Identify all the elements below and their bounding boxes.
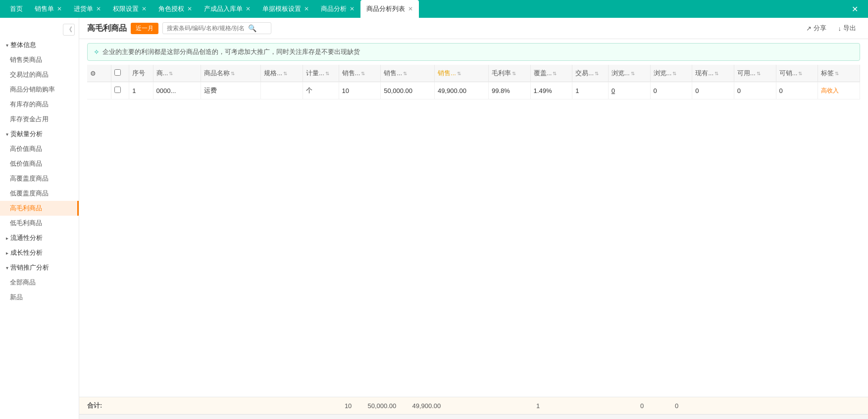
table-row: 1 0000... 运费 个 10 50,000.00 49,900.00 99… (87, 82, 860, 99)
nav-product-entry-close[interactable]: ✕ (246, 5, 251, 12)
growth-arrow-icon: ▸ (6, 250, 8, 256)
marketing-arrow-icon: ▾ (6, 265, 8, 271)
cell-spec (261, 82, 303, 99)
th-checkbox[interactable] (111, 65, 129, 82)
sidebar-collapse-button[interactable]: 《 (63, 24, 75, 36)
sidebar-item-new-goods[interactable]: 新品 (0, 290, 79, 305)
cell-browse1[interactable]: 0 (608, 82, 650, 99)
th-sales-amount[interactable]: 销售...⇅ (381, 65, 435, 82)
cell-checkbox[interactable] (111, 82, 129, 99)
gear-icon: ⚙ (90, 70, 96, 77)
nav-sales[interactable]: 销售单 ✕ (29, 0, 68, 18)
cell-gross-rate: 99.8% (488, 82, 530, 99)
sidebar-group-growth[interactable]: ▸ 成长性分析 (0, 245, 79, 260)
th-sales-qty[interactable]: 销售...⇅ (339, 65, 381, 82)
th-browse2[interactable]: 浏览...⇅ (650, 65, 692, 82)
cell-browse2: 0 (650, 82, 692, 99)
cell-gear (87, 82, 111, 99)
search-box: 🔍 (162, 22, 271, 34)
nav-role[interactable]: 角色授权 ✕ (153, 0, 198, 18)
th-unit[interactable]: 计量...⇅ (303, 65, 339, 82)
page-title: 高毛利商品 (87, 23, 127, 34)
row-checkbox[interactable] (114, 87, 121, 93)
cell-sales-qty: 10 (339, 82, 381, 99)
contribution-arrow-icon: ▾ (6, 132, 8, 137)
th-name[interactable]: 商品名称⇅ (201, 65, 261, 82)
nav-template-close[interactable]: ✕ (304, 5, 309, 12)
sidebar-group-contribution[interactable]: ▾ 贡献量分析 (0, 127, 79, 141)
nav-home[interactable]: 首页 (4, 0, 29, 18)
sidebar-item-all-goods[interactable]: 全部商品 (0, 275, 79, 290)
th-current-stock[interactable]: 现有...⇅ (692, 65, 734, 82)
sidebar-group-overall[interactable]: ▾ 整体信息 (0, 38, 79, 52)
info-banner: ✧ 企业的主要的利润都是这部分商品创造的，可考虑加大推广，同时关注库存是不要出现… (87, 43, 860, 61)
window-close-button[interactable]: ✕ (846, 4, 864, 14)
sidebar-item-low-value[interactable]: 低价值商品 (0, 156, 79, 171)
th-gross-rate[interactable]: 毛利率⇅ (488, 65, 530, 82)
th-code[interactable]: 商...⇅ (153, 65, 201, 82)
footer-sales-profit: 49,900.00 (399, 402, 444, 410)
nav-sales-close[interactable]: ✕ (57, 5, 62, 12)
sidebar-item-stocked-goods[interactable]: 有库存的商品 (0, 97, 79, 112)
content-area: 高毛利商品 近一月 🔍 ↗ 分享 ↓ 导出 ✧ 企业的主要的利润都是这部分商品创… (79, 18, 868, 419)
footer-available: 0 (647, 402, 681, 410)
nav-template[interactable]: 单据模板设置 ✕ (256, 0, 315, 18)
table-container[interactable]: ⚙ 序号 商...⇅ 商品名称⇅ (79, 65, 868, 397)
main-layout: 《 ▾ 整体信息 销售类商品 交易过的商品 商品分销助购率 有库存的商品 库存资… (0, 18, 868, 419)
nav-product-entry[interactable]: 产成品入库单 ✕ (198, 0, 256, 18)
content-header: 高毛利商品 近一月 🔍 ↗ 分享 ↓ 导出 (79, 18, 868, 39)
nav-permission-close[interactable]: ✕ (142, 5, 147, 12)
sidebar-group-circulation[interactable]: ▸ 流通性分析 (0, 231, 79, 245)
sidebar-item-low-margin[interactable]: 低毛利商品 (0, 216, 79, 231)
th-sales-profit[interactable]: 销售...⇅ (435, 65, 489, 82)
sidebar-item-stock-capital[interactable]: 库存资金占用 (0, 112, 79, 127)
footer-bar: 合计: 10 50,000.00 49,900.00 1 0 0 (79, 397, 868, 414)
sidebar-item-high-coverage[interactable]: 高覆盖度商品 (0, 171, 79, 186)
footer-current: 0 (612, 402, 647, 410)
sidebar-item-low-coverage[interactable]: 低覆盖度商品 (0, 186, 79, 201)
cell-index: 1 (129, 82, 153, 99)
cell-coverage: 1.49% (530, 82, 572, 99)
nav-role-close[interactable]: ✕ (187, 5, 192, 12)
sidebar-group-marketing[interactable]: ▾ 营销推广分析 (0, 260, 79, 275)
sidebar-item-high-margin[interactable]: 高毛利商品 (0, 201, 79, 216)
select-all-checkbox[interactable] (114, 69, 121, 76)
th-available-stock[interactable]: 可用...⇅ (734, 65, 776, 82)
th-gear[interactable]: ⚙ (87, 65, 111, 82)
top-navigation: 首页 销售单 ✕ 进货单 ✕ 权限设置 ✕ 角色授权 ✕ 产成品入库单 ✕ 单据… (0, 0, 868, 18)
bottom-scrollbar[interactable] (79, 414, 868, 419)
nav-permission[interactable]: 权限设置 ✕ (107, 0, 153, 18)
sidebar-item-traded-goods[interactable]: 交易过的商品 (0, 67, 79, 82)
th-browse1[interactable]: 浏览...⇅ (608, 65, 650, 82)
export-button[interactable]: ↓ 导出 (834, 22, 861, 35)
cell-unit: 个 (303, 82, 339, 99)
cell-sales-profit: 49,900.00 (435, 82, 489, 99)
nav-analysis-list[interactable]: 商品分析列表 ✕ (360, 0, 419, 18)
sidebar-item-sales-goods[interactable]: 销售类商品 (0, 52, 79, 67)
table-body: 1 0000... 运费 个 10 50,000.00 49,900.00 99… (87, 82, 860, 99)
th-index: 序号 (129, 65, 153, 82)
nav-analysis-list-close[interactable]: ✕ (408, 5, 413, 12)
nav-analysis[interactable]: 商品分析 ✕ (315, 0, 360, 18)
circulation-arrow-icon: ▸ (6, 235, 8, 241)
search-icon[interactable]: 🔍 (248, 24, 256, 32)
cell-tag: 高收入 (818, 82, 860, 99)
th-tag[interactable]: 标签⇅ (818, 65, 860, 82)
th-transactions[interactable]: 交易...⇅ (572, 65, 609, 82)
nav-purchase-close[interactable]: ✕ (96, 5, 101, 12)
table-header-row: ⚙ 序号 商...⇅ 商品名称⇅ (87, 65, 860, 82)
share-button[interactable]: ↗ 分享 (802, 22, 830, 35)
sidebar-item-high-value[interactable]: 高价值商品 (0, 141, 79, 156)
footer-values: 10 50,000.00 49,900.00 1 0 0 (112, 402, 860, 410)
th-coverage[interactable]: 覆盖...⇅ (530, 65, 572, 82)
nav-purchase[interactable]: 进货单 ✕ (68, 0, 107, 18)
th-spec[interactable]: 规格...⇅ (261, 65, 303, 82)
cell-current: 0 (692, 82, 734, 99)
search-input[interactable] (167, 25, 246, 32)
cell-sellable: 0 (776, 82, 818, 99)
sidebar-item-distribution-rate[interactable]: 商品分销助购率 (0, 82, 79, 97)
filter-period-button[interactable]: 近一月 (131, 23, 158, 34)
overall-arrow-icon: ▾ (6, 43, 8, 48)
th-sellable-stock[interactable]: 可销...⇅ (776, 65, 818, 82)
nav-analysis-close[interactable]: ✕ (350, 5, 355, 12)
